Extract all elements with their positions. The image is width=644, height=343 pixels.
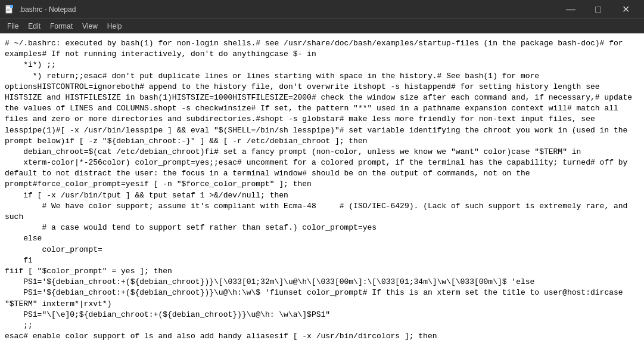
title-bar-left: .bashrc - Notepad bbox=[5, 5, 76, 14]
menu-bar: File Edit Format View Help bbox=[0, 19, 644, 33]
window-controls: — □ ✕ bbox=[557, 0, 639, 19]
maximize-button[interactable]: □ bbox=[584, 0, 612, 19]
notepad-icon bbox=[5, 5, 14, 14]
menu-view[interactable]: View bbox=[77, 21, 102, 32]
menu-edit[interactable]: Edit bbox=[23, 21, 45, 32]
window-title: .bashrc - Notepad bbox=[19, 5, 76, 14]
svg-rect-2 bbox=[7, 8, 11, 8]
svg-rect-4 bbox=[7, 10, 10, 11]
close-button[interactable]: ✕ bbox=[612, 0, 639, 19]
svg-rect-3 bbox=[7, 9, 11, 10]
title-bar: .bashrc - Notepad — □ ✕ bbox=[0, 0, 644, 19]
menu-help[interactable]: Help bbox=[102, 21, 127, 32]
menu-file[interactable]: File bbox=[2, 21, 23, 32]
menu-format[interactable]: Format bbox=[45, 21, 77, 32]
text-content[interactable]: # ~/.bashrc: executed by bash(1) for non… bbox=[0, 33, 644, 343]
minimize-button[interactable]: — bbox=[557, 0, 584, 19]
